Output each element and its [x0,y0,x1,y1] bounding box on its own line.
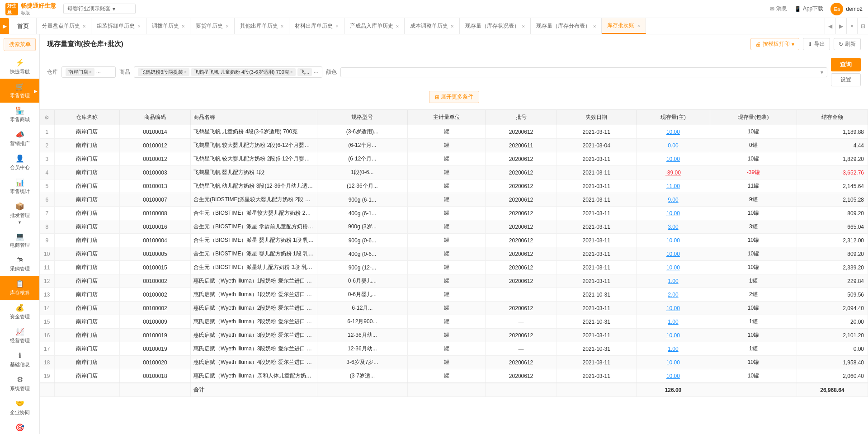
workspace-select[interactable]: 母婴行业演示账套 ▾ [63,4,136,14]
row-qty-main[interactable]: 2.00 [636,288,710,302]
col-expire: 失效日期 [557,110,636,125]
tab-1[interactable]: 组装拆卸单历史× [91,18,146,34]
message-btn[interactable]: ✉ 消息 [770,5,787,13]
footer-amount: 26,968.64 [797,383,868,397]
sidebar-item-wholesale[interactable]: 📦 批发管理 ▼ [0,198,39,228]
tab-arrow-left[interactable]: ◀ [825,18,835,34]
tab-4[interactable]: 其他出库单历史× [235,18,289,34]
tab-close-5[interactable]: × [335,24,338,29]
row-qty-main[interactable]: 10.00 [636,125,710,139]
sidebar-search-area: 搜索菜单 [0,34,39,55]
sidebar-item-retail[interactable]: 🛒 零售管理 ▶ [0,79,39,103]
tab-expand-left[interactable]: ▶ [0,18,9,34]
row-qty-main[interactable]: 10.00 [636,356,710,369]
row-qty-main[interactable]: 1.00 [636,342,710,356]
tab-close-4[interactable]: × [281,24,283,29]
sidebar-item-member[interactable]: 👤 会员中心 [0,151,39,175]
expand-label: 展开更多条件 [441,93,473,101]
row-code: 00100003 [119,166,190,179]
tab-5[interactable]: 材料出库单历史× [289,18,344,34]
sidebar-item-finance[interactable]: 💰 资金管理 [0,300,39,324]
row-warehouse: 南岸门店 [54,329,119,342]
sidebar-item-inventory[interactable]: 📋 库存核算 [0,276,39,300]
tab-close-current[interactable]: × [846,18,857,34]
tab-0[interactable]: 分量盘点单历史× [37,18,91,34]
tab-10[interactable]: 库存批次账× [602,18,646,34]
sidebar-item-basic[interactable]: ℹ 基础信息 [0,348,39,372]
tab-7[interactable]: 成本调整单历史× [405,18,459,34]
row-qty-main[interactable]: 0.00 [636,139,710,152]
row-qty-main[interactable]: -39.00 [636,166,710,179]
row-code: 00100012 [119,152,190,166]
tab-close-3[interactable]: × [226,24,228,29]
color-filter-group[interactable]: ▾ [340,67,827,77]
app-label: App下载 [803,5,823,13]
row-qty-main[interactable]: 10.00 [636,302,710,315]
row-qty-main[interactable]: 11.00 [636,179,710,193]
color-dropdown-arrow[interactable]: ▾ [821,69,823,75]
tab-close-10[interactable]: × [637,23,640,28]
table-row: 8 南岸门店 00100016 合生元（BIOSTIME）派星 学龄前儿童配方奶… [40,220,868,234]
goods-more-btn[interactable]: ··· [314,69,318,75]
row-qty-main[interactable]: 9.00 [636,193,710,207]
row-qty-main[interactable]: 3.00 [636,220,710,234]
tab-close-0[interactable]: × [83,24,85,29]
sidebar-item-operation[interactable]: 📈 经营管理 [0,324,39,348]
sidebar-item-ecommerce[interactable]: 💻 电商管理 [0,228,39,252]
row-qty-main[interactable]: 1.00 [636,315,710,329]
tab-close-7[interactable]: × [451,24,453,29]
tab-close-9[interactable]: × [593,24,596,29]
sidebar-item-quicknav[interactable]: ⚡ 快捷导航 [0,55,39,79]
tab-menu[interactable]: ⊡ [857,18,868,34]
sidebar-item-retail-stat[interactable]: 📊 零售统计 [0,175,39,198]
warehouse-filter-group[interactable]: 南岸门店 × ··· [61,66,116,78]
warehouse-more-btn[interactable]: ··· [96,69,101,75]
tab-8[interactable]: 现存量（库存状况表）× [460,18,531,34]
refresh-btn[interactable]: ↻ 刷新 [834,38,861,50]
sidebar-item-system[interactable]: ⚙ 系统管理 [0,372,39,396]
print-btn[interactable]: 🖨 按模板打印 ▾ [750,38,799,50]
settings-icon[interactable]: ⚙ [44,114,49,121]
sidebar-item-mall[interactable]: 🏪 零售商城 [0,103,39,127]
row-unit: 罐 [407,220,486,234]
tab-6[interactable]: 产成品入库单历史× [344,18,405,34]
sidebar-item-collab[interactable]: 🤝 企业协同 [0,396,39,420]
row-spec: 3-6岁及7岁... [317,356,408,369]
tab-close-6[interactable]: × [396,24,399,29]
search-query-btn[interactable]: 查询 [831,58,861,71]
tab-home[interactable]: 首页 [10,18,37,34]
tab-close-2[interactable]: × [182,24,184,29]
row-qty-main[interactable]: 10.00 [636,234,710,247]
goods-filter-group[interactable]: 飞鹤奶粉3段两提装 × 飞鹤星飞帆 儿童奶粉 4段(3-6岁适用) 700克 ×… [134,66,322,78]
sidebar-item-marketing[interactable]: 📣 营销推广 [0,127,39,151]
sidebar-item-guide[interactable]: 🎯 新手引导 [0,420,39,434]
row-expire: 2021-10-31 [557,342,636,356]
sidebar-label-retail: 零售管理 [10,92,30,99]
tab-close-8[interactable]: × [522,24,525,29]
tab-9[interactable]: 现存量（库存分布表）× [531,18,602,34]
goods-tag-0-close[interactable]: × [184,70,187,75]
row-qty-main[interactable]: 10.00 [636,247,710,261]
col-settings[interactable]: ⚙ [40,110,54,125]
row-code: 00100009 [119,315,190,329]
search-menu-btn[interactable]: 搜索菜单 [4,38,36,51]
row-qty-main[interactable]: 10.00 [636,261,710,274]
warehouse-tag: 南岸门店 × [66,68,94,76]
sidebar-item-purchase[interactable]: 🛍 采购管理 [0,252,39,276]
warehouse-tag-close[interactable]: × [89,70,92,75]
export-btn[interactable]: ⬇ 导出 [803,38,830,50]
tab-2[interactable]: 调拨单历史× [146,18,190,34]
row-spec: 12-36月幼... [317,329,408,342]
row-qty-main[interactable]: 10.00 [636,329,710,342]
filter-setting-btn[interactable]: 设置 [831,73,861,86]
app-download-btn[interactable]: 📱 App下载 [794,5,823,13]
row-qty-main[interactable]: 10.00 [636,369,710,383]
row-qty-main[interactable]: 10.00 [636,207,710,220]
expand-conditions-btn[interactable]: ⊞ 展开更多条件 [429,91,479,103]
row-qty-main[interactable]: 10.00 [636,152,710,166]
tab-close-1[interactable]: × [137,24,140,29]
tab-arrow-right[interactable]: ▶ [835,18,846,34]
row-qty-main[interactable]: 1.00 [636,274,710,288]
goods-tag-1-close[interactable]: × [290,70,293,75]
tab-3[interactable]: 要货单历史× [190,18,234,34]
